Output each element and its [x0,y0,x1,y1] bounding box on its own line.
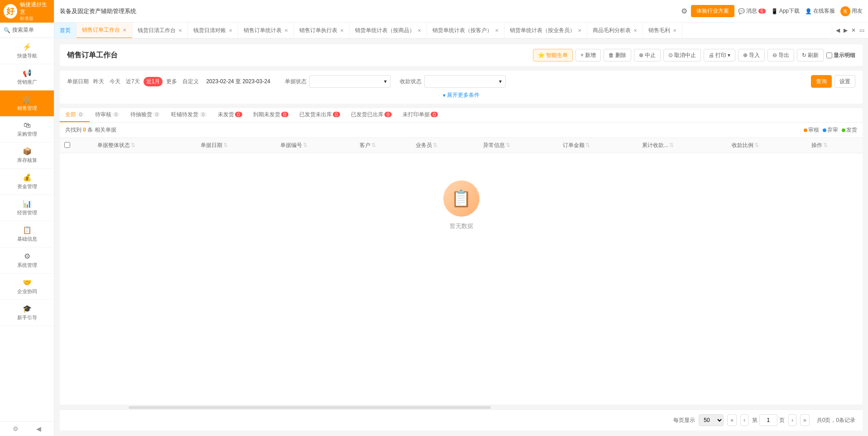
tab-prev-button[interactable]: ◀ [834,26,842,34]
sidebar-item-purchase[interactable]: 🛍采购管理 [0,117,54,142]
sort-icon-number[interactable]: ⇅ [303,142,307,148]
status-select[interactable]: ▾ [309,75,391,88]
date-btn-yesterday[interactable]: 昨天 [91,77,106,86]
sidebar-item-enterprise[interactable]: 🤝企业协同 [0,274,54,300]
tab-close-cash-daily[interactable]: ✕ [178,28,182,33]
tab-sales-stats[interactable]: 销售订单统计表✕ [238,23,294,38]
tab-sales-summary-product[interactable]: 销货单统计表（按商品）✕ [350,23,427,38]
cancel-stop-button[interactable]: ⊙ 取消中止 [663,49,701,62]
first-page-button[interactable]: « [727,414,737,426]
sidebar-item-marketing[interactable]: 📢营销推广 [0,64,54,90]
filter-settings-button[interactable]: 设置 [834,75,855,88]
tab-close-sales-stats[interactable]: ✕ [284,28,288,33]
sub-tab-wangpu-pending[interactable]: 旺铺待发货0 [166,108,212,122]
sort-icon-customer[interactable]: ⇅ [371,142,376,148]
sub-tab-not-shipped[interactable]: 未发货0 [212,108,248,122]
payment-select[interactable]: ▾ [424,75,506,88]
show-detail-checkbox[interactable] [826,52,832,58]
online-service-action[interactable]: 👤 在线客服 [805,7,835,15]
sub-tab-label-shipped-not-in: 已发货未出库 [299,111,332,118]
user-action[interactable]: 友 用友 [840,6,863,16]
sort-icon-abnormal[interactable]: ⇅ [506,142,510,148]
tab-sales-profit[interactable]: 销售毛利✕ [643,23,682,38]
experience-button[interactable]: 体验行业方案 [691,5,734,17]
sidebar-item-sales[interactable]: 🛒销售管理 [0,90,54,117]
tab-sales-workbench[interactable]: 销售订单工作台✕ [77,23,132,38]
sidebar-item-basic[interactable]: 📋基础信息 [0,221,54,247]
smart-create-button[interactable]: ⭐ 智能生单 [533,49,573,62]
tab-sales-summary-customer[interactable]: 销货单统计表（按客户）✕ [427,23,504,38]
tab-close-sales-exec[interactable]: ✕ [340,28,344,33]
tab-product-margin[interactable]: 商品毛利分析表✕ [587,23,643,38]
date-btn-today[interactable]: 今天 [108,77,122,86]
collapse-icon[interactable]: ◀ [36,425,41,432]
message-action[interactable]: 💬 消息 6 [738,7,766,15]
sort-icon-date[interactable]: ⇅ [223,142,228,148]
sort-icon-ratio[interactable]: ⇅ [754,142,759,148]
sub-tab-pending-check[interactable]: 待抽验货0 [125,108,166,122]
tab-cash-daily[interactable]: 钱货日清工作台✕ [132,23,188,38]
settings-icon[interactable]: ⚙ [13,425,19,432]
sort-icon-collected[interactable]: ⇅ [669,142,674,148]
sort-icon-staff[interactable]: ⇅ [433,142,437,148]
date-btn-more[interactable]: 更多 [164,77,179,86]
print-button[interactable]: 🖨 打印 ▾ [704,49,735,62]
refresh-button[interactable]: ↻ 刷新 [797,49,824,62]
sub-tab-pending-review[interactable]: 待审核0 [90,108,125,122]
tab-close-sales-summary-staff[interactable]: ✕ [578,28,581,33]
sort-icon-action[interactable]: ⇅ [823,142,828,148]
tab-sales-exec[interactable]: 销售订单执行表✕ [294,23,350,38]
cancel-review-action-button[interactable]: 弃审 [823,126,838,134]
next-page-button[interactable]: › [788,414,796,426]
sort-icon-amount[interactable]: ⇅ [585,142,590,148]
sort-icon-status[interactable]: ⇅ [131,142,135,148]
tab-close-all-button[interactable]: ✕ [849,26,858,34]
tab-sales-summary-staff[interactable]: 销货单统计表（按业务员）✕ [504,23,587,38]
tab-close-sales-summary-customer[interactable]: ✕ [495,28,499,33]
page-title-bar: 销售订单工作台 ⭐ 智能生单 + 新增 🗑 删除 ⊗ 中止 [60,44,863,66]
tab-expand-button[interactable]: ▭ [858,26,866,34]
prev-page-button[interactable]: ‹ [740,414,748,426]
stop-button[interactable]: ⊗ 中止 [634,49,661,62]
date-btn-7days[interactable]: 近7天 [124,77,142,86]
page-size-select[interactable]: 10203050100 [699,414,724,426]
tab-close-product-margin[interactable]: ✕ [633,28,637,33]
ship-action-button[interactable]: 发货 [842,126,857,134]
settings-button[interactable]: ⚙ [681,7,687,15]
app-download-action[interactable]: 📱 App下载 [771,7,800,15]
tab-cash-reconcile[interactable]: 钱货日清对账✕ [188,23,238,38]
tab-next-button[interactable]: ▶ [842,26,849,34]
sub-tab-overdue-not-shipped[interactable]: 到期未发货0 [248,108,294,122]
select-all-checkbox[interactable] [64,142,70,148]
tab-close-sales-workbench[interactable]: ✕ [123,28,126,33]
sub-tab-shipped-not-in[interactable]: 已发货未出库0 [294,108,345,122]
col-header-checkbox[interactable] [60,138,93,153]
page-number-input[interactable] [759,414,777,426]
sidebar-item-quick-nav[interactable]: ⚡快捷导航 [0,38,54,64]
sidebar-item-system[interactable]: ⚙系统管理 [0,247,54,274]
tab-close-sales-profit[interactable]: ✕ [673,28,676,33]
tab-home[interactable]: 首页 [54,23,77,38]
date-btn-custom[interactable]: 自定义 [181,77,201,86]
sub-tab-not-printed[interactable]: 未打印单据0 [397,108,443,122]
horizontal-scrollbar[interactable] [129,406,491,409]
sub-tab-shipped-out[interactable]: 已发货已出库0 [345,108,397,122]
query-button[interactable]: 查询 [811,75,832,88]
sidebar-item-finance[interactable]: 💰资金管理 [0,169,54,195]
date-btn-1month[interactable]: 近1月 [144,77,163,86]
tab-close-sales-summary-product[interactable]: ✕ [417,28,421,33]
export-button[interactable]: ⊖ 导出 [767,49,794,62]
show-detail-label[interactable]: 显示明细 [826,52,855,59]
sidebar-item-inventory[interactable]: 📦库存核算 [0,142,54,169]
delete-button[interactable]: 🗑 删除 [604,49,631,62]
tab-close-cash-reconcile[interactable]: ✕ [229,28,232,33]
import-button[interactable]: ⊕ 导入 [738,49,765,62]
expand-conditions-button[interactable]: ▾ 展开更多条件 [443,91,480,99]
search-menu[interactable]: 🔍 搜索菜单 [0,23,54,38]
last-page-button[interactable]: » [800,414,810,426]
sidebar-item-operation[interactable]: 📊经营管理 [0,195,54,221]
sub-tab-all[interactable]: 全部0 [60,108,90,122]
add-button[interactable]: + 新增 [575,49,601,62]
sidebar-item-guide[interactable]: 🎓新手引导 [0,300,54,326]
review-action-button[interactable]: 审核 [804,126,819,134]
